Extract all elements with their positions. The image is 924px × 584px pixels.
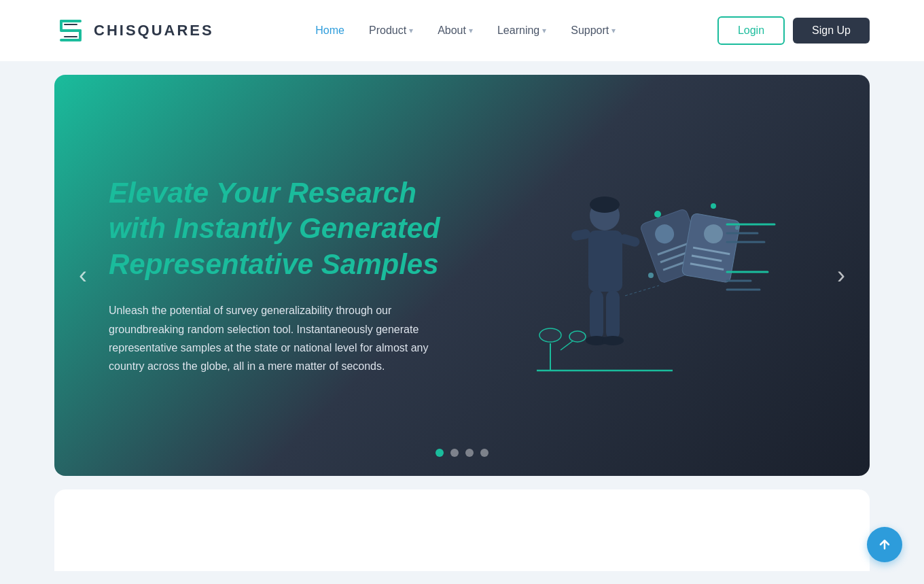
svg-point-12 [569,331,586,342]
svg-rect-17 [590,290,603,339]
arrow-up-icon [877,537,892,552]
svg-rect-6 [64,24,77,25]
svg-point-20 [602,336,624,345]
carousel-dot-4[interactable] [480,449,488,457]
hero-title: Elevate Your Research with Instantly Gen… [109,175,462,283]
svg-rect-15 [571,228,591,241]
product-chevron-icon: ▾ [409,26,413,35]
carousel-dot-2[interactable] [450,449,459,457]
hero-description: Unleash the potential of survey generali… [109,301,462,375]
signup-button[interactable]: Sign Up [793,18,870,44]
svg-rect-3 [60,29,82,32]
logo-icon [54,14,87,47]
about-chevron-icon: ▾ [469,26,473,35]
svg-point-21 [590,196,620,213]
svg-line-42 [625,286,659,296]
scroll-to-top-button[interactable] [867,527,902,562]
carousel-prev-button[interactable]: ‹ [68,260,98,290]
svg-point-10 [539,328,561,342]
nav-product[interactable]: Product ▾ [359,19,423,42]
svg-rect-5 [60,39,82,41]
learning-chevron-icon: ▾ [542,26,546,35]
svg-rect-7 [64,36,77,37]
header-buttons: Login Sign Up [717,16,870,45]
carousel-dot-3[interactable] [465,449,474,457]
nav-support[interactable]: Support ▾ [561,19,625,42]
svg-point-32 [654,211,661,218]
logo: CHISQUARES [54,14,214,47]
nav-about[interactable]: About ▾ [428,19,482,42]
nav-home[interactable]: Home [306,19,354,42]
hero-section: ‹ Elevate Your Research with Instantly G… [54,75,870,476]
hero-illustration [462,160,815,391]
svg-point-35 [648,273,654,278]
svg-rect-1 [60,20,82,22]
bottom-section [54,489,870,571]
header: CHISQUARES Home Product ▾ About ▾ Learni… [0,0,924,61]
svg-rect-14 [588,230,622,292]
carousel-next-button[interactable]: › [826,260,856,290]
svg-point-33 [711,203,716,209]
login-button[interactable]: Login [717,16,785,45]
support-chevron-icon: ▾ [611,26,616,35]
svg-rect-4 [79,29,82,40]
hero-illustration-svg [496,160,781,391]
logo-text: CHISQUARES [94,22,214,39]
carousel-dot-1[interactable] [436,449,444,457]
svg-rect-2 [60,20,63,31]
hero-content: Elevate Your Research with Instantly Gen… [109,175,462,375]
main-nav: Home Product ▾ About ▾ Learning ▾ Suppor… [306,19,625,42]
nav-learning[interactable]: Learning ▾ [488,19,556,42]
carousel-dots [436,449,488,457]
svg-point-34 [735,226,739,230]
svg-line-11 [561,340,574,350]
svg-rect-18 [606,290,620,339]
